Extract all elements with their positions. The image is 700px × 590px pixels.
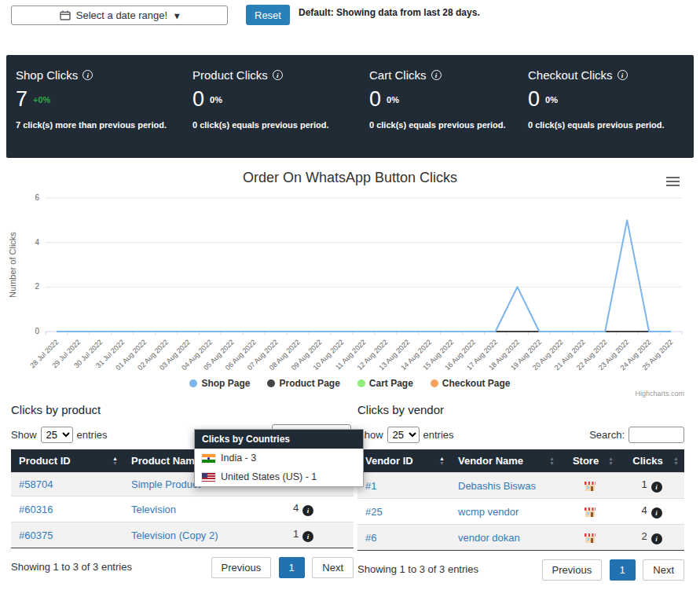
legend-item-shop-page[interactable]: Shop Page xyxy=(189,378,250,389)
clicks-value: 2 xyxy=(641,530,647,542)
country-row: United States (US) - 1 xyxy=(195,467,363,486)
stat-value: 7 xyxy=(16,89,27,110)
info-icon[interactable] xyxy=(302,531,313,542)
pagination: Previous 1 Next xyxy=(538,559,684,581)
product-id-link[interactable]: #60316 xyxy=(19,504,53,515)
info-icon[interactable] xyxy=(651,508,662,519)
entries-label: entries xyxy=(423,429,454,441)
search-label: Search: xyxy=(589,429,625,441)
legend-dot xyxy=(357,379,365,387)
clicks-by-vendor-panel: Clicks by vendor Show 25 entries Search:… xyxy=(357,403,684,581)
entries-label: entries xyxy=(77,429,108,441)
info-icon[interactable] xyxy=(302,505,313,516)
column-header-clicks[interactable]: Clicks xyxy=(619,449,684,473)
clicks-value: 4 xyxy=(641,504,647,516)
legend-item-product-page[interactable]: Product Page xyxy=(267,378,339,389)
info-icon[interactable] xyxy=(651,482,662,493)
vendor-id-link[interactable]: #6 xyxy=(365,532,376,544)
show-label: Show xyxy=(11,429,37,441)
product-name-link[interactable]: Television (Copy 2) xyxy=(131,530,218,541)
product-name-link[interactable]: Television xyxy=(131,504,176,515)
country-row: India - 3 xyxy=(195,449,363,467)
info-icon[interactable] xyxy=(651,533,662,544)
info-icon[interactable] xyxy=(431,70,442,80)
chart-menu-icon[interactable] xyxy=(666,174,680,189)
info-icon[interactable] xyxy=(82,70,93,80)
table-row: #6 vendor dokan 2 xyxy=(357,525,684,551)
date-range-label: Select a date range! xyxy=(76,9,167,21)
search-input[interactable] xyxy=(629,427,684,443)
stat-cart-clicks: Cart Clicks 00% 0 click(s) equals previo… xyxy=(369,68,528,158)
vendor-name-link[interactable]: wcmp vendor xyxy=(458,506,519,518)
column-header-product-id[interactable]: Product ID xyxy=(11,449,123,473)
product-name-link[interactable]: Simple Product xyxy=(131,478,200,490)
stat-delta: 0% xyxy=(545,95,558,104)
vendors-heading: Clicks by vendor xyxy=(357,403,684,416)
table-row: #60375 Television (Copy 2) 1 xyxy=(11,522,354,548)
sort-asc-icon xyxy=(439,456,445,466)
svg-text:4: 4 xyxy=(35,238,39,247)
india-flag-icon xyxy=(202,454,215,463)
clicks-value: 1 xyxy=(293,528,299,540)
highcharts-credits-link[interactable]: Highcharts.com xyxy=(635,390,684,398)
legend-item-cart-page[interactable]: Cart Page xyxy=(357,378,413,389)
stat-description: 0 click(s) equals previous period. xyxy=(192,120,369,130)
stat-value: 0 xyxy=(192,89,204,110)
popup-title: Clicks by Countries xyxy=(195,430,363,449)
vendor-id-link[interactable]: #1 xyxy=(365,480,376,492)
column-header-vendor-name[interactable]: Vendor Name xyxy=(450,449,560,473)
legend-dot xyxy=(431,379,438,387)
stats-panel: Shop Clicks 7+0% 7 click(s) more than pr… xyxy=(6,55,694,158)
products-heading: Clicks by product xyxy=(11,403,354,416)
stat-delta: +0% xyxy=(33,95,50,104)
svg-text:6: 6 xyxy=(35,193,39,202)
default-period-note: Default: Showing data from last 28 days. xyxy=(299,7,480,18)
chevron-down-icon: ▾ xyxy=(174,10,179,21)
column-header-store[interactable]: Store xyxy=(560,449,619,473)
vendor-id-link[interactable]: #25 xyxy=(365,506,383,518)
previous-button[interactable]: Previous xyxy=(211,557,272,578)
table-summary: Showing 1 to 3 of 3 entries xyxy=(357,559,478,575)
info-icon[interactable] xyxy=(273,70,283,80)
sort-icon xyxy=(673,456,679,466)
stat-description: 0 click(s) equals previous period. xyxy=(369,120,528,130)
us-flag-icon xyxy=(202,473,215,482)
chart-title: Order On WhatsApp Button Clicks xyxy=(6,161,694,186)
next-button[interactable]: Next xyxy=(643,559,684,581)
next-button[interactable]: Next xyxy=(312,557,354,578)
page-size-select[interactable]: 25 xyxy=(41,427,73,443)
date-range-picker[interactable]: Select a date range! ▾ xyxy=(11,5,228,25)
page-1-button[interactable]: 1 xyxy=(279,557,305,578)
column-header-vendor-id[interactable]: Vendor ID xyxy=(357,449,450,473)
pagination: Previous 1 Next xyxy=(207,557,354,578)
chart-legend: Shop Page Product Page Cart Page Checkou… xyxy=(6,378,694,389)
previous-button[interactable]: Previous xyxy=(542,559,603,581)
stat-title: Checkout Clicks xyxy=(528,68,613,82)
table-row: #25 wcmp vendor 4 xyxy=(357,499,684,525)
stat-delta: 0% xyxy=(210,95,222,104)
store-icon[interactable] xyxy=(584,506,596,518)
stat-value: 0 xyxy=(369,89,381,110)
store-icon[interactable] xyxy=(584,532,596,544)
legend-dot xyxy=(267,379,275,387)
vendor-name-link[interactable]: vendor dokan xyxy=(458,532,520,544)
info-icon[interactable] xyxy=(618,70,628,80)
vendor-name-link[interactable]: Debashis Biswas xyxy=(458,480,536,492)
calendar-icon xyxy=(60,10,71,20)
reset-button[interactable]: Reset xyxy=(246,5,290,25)
product-id-link[interactable]: #60375 xyxy=(19,530,53,541)
stat-checkout-clicks: Checkout Clicks 00% 0 click(s) equals pr… xyxy=(528,68,694,158)
country-label: India - 3 xyxy=(221,453,256,464)
legend-item-checkout-page[interactable]: Checkout Page xyxy=(431,378,511,389)
stat-title: Cart Clicks xyxy=(369,68,427,82)
page-1-button[interactable]: 1 xyxy=(610,559,636,581)
clicks-chart-card: Order On WhatsApp Button Clicks 024628 J… xyxy=(6,161,694,401)
table-summary: Showing 1 to 3 of 3 entries xyxy=(11,557,132,573)
clicks-by-countries-popup: Clicks by Countries India - 3 United Sta… xyxy=(194,429,364,487)
store-icon[interactable] xyxy=(584,480,596,492)
product-id-link[interactable]: #58704 xyxy=(19,478,53,490)
table-row: #60316 Television 4 xyxy=(11,497,354,522)
svg-text:2: 2 xyxy=(35,282,39,291)
page-size-select[interactable]: 25 xyxy=(387,427,420,443)
country-label: United States (US) - 1 xyxy=(221,471,317,482)
